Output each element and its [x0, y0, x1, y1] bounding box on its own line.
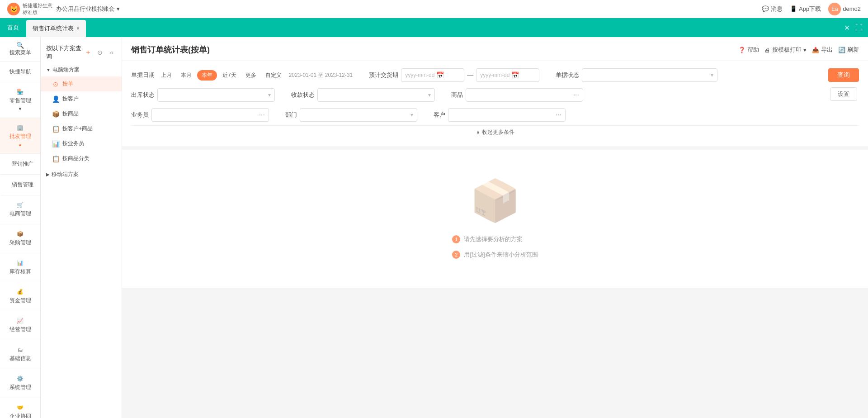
export-icon: 📤	[812, 47, 819, 53]
sidebar-item-purchase[interactable]: 📦 采购管理	[0, 224, 40, 253]
retail-icon: 🏪	[17, 89, 24, 95]
expected-date-end[interactable]: yyyy-mm-dd 📅	[476, 68, 539, 82]
filter-row-1: 单据日期 上月 本月 本年 近7天 更多 自定义 2023-01-01 至 20…	[131, 68, 821, 82]
sidebar-item-inventory[interactable]: 📊 库存核算	[0, 253, 40, 282]
filter-expected-date: 预计交货期 yyyy-mm-dd 📅 — yyyy-mm-dd 📅	[369, 68, 539, 82]
scheme-by-category[interactable]: 📋 按商品分类	[41, 151, 122, 166]
salesperson-icon: 📊	[52, 140, 60, 147]
scheme-by-order[interactable]: ⊙ 按单	[41, 76, 122, 91]
scheme-by-customer[interactable]: 👤 按客户	[41, 91, 122, 106]
logo-area: 🐱 畅捷通好生意 标准版	[7, 2, 52, 15]
salesperson-select[interactable]: ···	[151, 108, 269, 122]
sidebar-item-operations[interactable]: 📈 经营管理	[0, 311, 40, 340]
template-print-button[interactable]: 🖨 按模板打印 ▾	[764, 46, 807, 54]
help-icon: ❓	[738, 47, 745, 53]
sidebar-item-wholesale[interactable]: 🏢 批发管理 ▲	[0, 118, 40, 154]
sidebar-item-finance[interactable]: 💰 资金管理	[0, 282, 40, 311]
query-button[interactable]: 查询	[828, 68, 859, 82]
left-panel-header: 按以下方案查询 + ⊙ «	[41, 42, 122, 63]
bill-status-select[interactable]: ▾	[582, 68, 717, 82]
filter-row-3: 业务员 ··· 部门 ▾	[131, 108, 821, 122]
tab-sales-stats[interactable]: 销售订单统计表 ×	[26, 20, 86, 37]
operations-icon: 📈	[17, 318, 24, 324]
sidebar-item-retail[interactable]: 🏪 零售管理 ▼	[0, 82, 40, 118]
sidebar-item-basic[interactable]: 🗂 基础信息	[0, 340, 40, 369]
top-bar-right: 💬 消息 📱 App下载 Ea demo2	[762, 3, 861, 15]
filter-settings-button[interactable]: 设置	[830, 87, 857, 101]
shipment-status-select[interactable]: ▾	[157, 88, 275, 102]
inventory-icon: 📊	[17, 260, 24, 266]
filter-area: 单据日期 上月 本月 本年 近7天 更多 自定义 2023-01-01 至 20…	[122, 61, 868, 146]
more-dots-icon[interactable]: ···	[259, 111, 265, 119]
user-menu[interactable]: Ea demo2	[828, 3, 861, 15]
desktop-group-header[interactable]: ▼ 电脑端方案	[41, 63, 122, 76]
more-dots-icon[interactable]: ···	[573, 91, 579, 99]
dropdown-icon: ▾	[268, 92, 271, 98]
chevron-right-icon: ▶	[46, 172, 50, 177]
payment-status-select[interactable]: ▾	[317, 88, 435, 102]
left-panel: 按以下方案查询 + ⊙ « ▼ 电脑端方案 ⊙ 按单 👤 按客户	[41, 37, 122, 418]
scheme-by-product[interactable]: 📦 按商品	[41, 106, 122, 121]
hint-2: 2 用[过滤]条件来缩小分析范围	[452, 249, 538, 261]
add-scheme-button[interactable]: +	[84, 48, 93, 57]
filter-row-2: 出库状态 ▾ 收款状态 ▾	[131, 88, 821, 102]
sidebar-item-sales[interactable]: 销售管理	[0, 175, 40, 195]
date-btn-this-month[interactable]: 本月	[177, 70, 195, 81]
dropdown-icon: ▾	[711, 72, 713, 78]
tab-home[interactable]: 首页	[0, 18, 26, 37]
refresh-button[interactable]: 🔄 刷新	[838, 46, 859, 54]
filter-salesperson: 业务员 ···	[131, 108, 269, 122]
date-btn-custom[interactable]: 自定义	[262, 70, 285, 81]
top-bar: 🐱 畅捷通好生意 标准版 办公用品行业模拟账套 ▾ 💬 消息 📱 App下载 E…	[0, 0, 868, 18]
filter-customer: 客户 ···	[434, 108, 566, 122]
date-btn-this-year[interactable]: 本年	[197, 70, 217, 81]
mobile-group-header[interactable]: ▶ 移动端方案	[41, 168, 122, 181]
date-btn-group: 上月 本月 本年 近7天 更多 自定义 2023-01-01 至 2023-12…	[157, 70, 353, 81]
finance-icon: 💰	[17, 289, 24, 295]
sidebar-item-marketing[interactable]: 营销推广	[0, 154, 40, 175]
export-button[interactable]: 📤 导出	[812, 46, 833, 54]
app-download-button[interactable]: 📱 App下载	[790, 5, 821, 13]
expected-date-start[interactable]: yyyy-mm-dd 📅	[401, 68, 464, 82]
account-selector[interactable]: 办公用品行业模拟账套 ▾	[56, 5, 120, 13]
system-icon: ⚙️	[17, 375, 24, 382]
logo-icon: 🐱	[7, 3, 20, 15]
sidebar-item-enterprise[interactable]: 🤝 企业协同	[0, 398, 40, 418]
scheme-by-customer-product[interactable]: 📋 按客户+商品	[41, 121, 122, 136]
ecommerce-icon: 🛒	[17, 202, 24, 208]
date-btn-7days[interactable]: 近7天	[219, 70, 240, 81]
chevron-up-icon: ▲	[18, 142, 23, 147]
more-dots-icon[interactable]: ···	[556, 111, 561, 119]
collapse-filter-button[interactable]: ∧ 收起更多条件	[131, 125, 859, 139]
order-icon: ⊙	[52, 81, 60, 88]
scheme-by-salesperson[interactable]: 📊 按业务员	[41, 136, 122, 151]
sidebar-search[interactable]: 🔍 搜索菜单	[0, 37, 40, 62]
message-button[interactable]: 💬 消息	[762, 5, 783, 13]
sidebar-item-system[interactable]: ⚙️ 系统管理	[0, 369, 40, 398]
message-icon: 💬	[762, 5, 769, 12]
maximize-icon[interactable]: ⛶	[855, 24, 863, 32]
category-icon: 📋	[52, 155, 60, 162]
filter-date: 单据日期 上月 本月 本年 近7天 更多 自定义 2023-01-01 至 20…	[131, 70, 353, 81]
date-btn-more[interactable]: 更多	[242, 70, 260, 81]
content-area: 按以下方案查询 + ⊙ « ▼ 电脑端方案 ⊙ 按单 👤 按客户	[41, 37, 868, 418]
customer-select[interactable]: ···	[448, 108, 566, 122]
mobile-icon: 📱	[790, 5, 797, 12]
calendar-icon-end[interactable]: 📅	[511, 71, 519, 79]
product-select[interactable]: ···	[466, 88, 583, 102]
main-layout: 🔍 搜索菜单 快捷导航 🏪 零售管理 ▼ 🏢 批发管理 ▲ 营销推广 销售管理 …	[0, 37, 868, 418]
desktop-group: ▼ 电脑端方案 ⊙ 按单 👤 按客户 📦 按商品 📋 按客户+商品	[41, 63, 122, 166]
department-select[interactable]: ▾	[300, 108, 417, 122]
page-actions: ❓ 帮助 🖨 按模板打印 ▾ 📤 导出 🔄 刷新	[738, 46, 859, 54]
dropdown-icon: ▾	[410, 112, 413, 118]
tab-close-icon[interactable]: ×	[76, 25, 80, 32]
help-button[interactable]: ❓ 帮助	[738, 46, 759, 54]
date-btn-last-month[interactable]: 上月	[157, 70, 175, 81]
close-window-icon[interactable]: ✕	[844, 24, 850, 32]
sidebar-item-ecommerce[interactable]: 🛒 电商管理	[0, 195, 40, 224]
sidebar-item-quicknav[interactable]: 快捷导航	[0, 62, 40, 82]
chevron-down-icon: ▼	[18, 106, 23, 111]
calendar-icon[interactable]: 📅	[436, 71, 444, 79]
collapse-panel-button[interactable]: «	[107, 48, 116, 57]
settings-scheme-button[interactable]: ⊙	[95, 48, 104, 57]
